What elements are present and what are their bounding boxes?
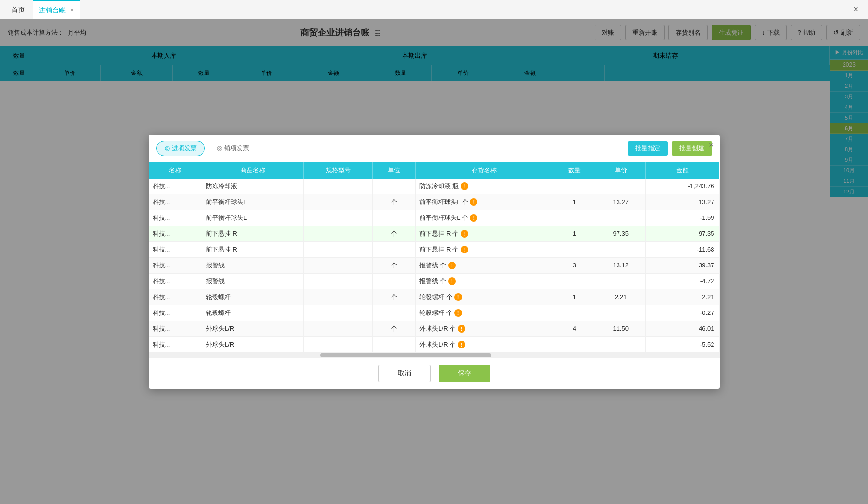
warning-icon: ! [458,341,465,348]
tab-active-label: 进销台账 [39,0,66,20]
warning-icon: ! [454,293,462,301]
cell-price: 11.50 [596,321,645,336]
cell-stock: 防冻冷却液 瓶 ! [416,179,553,194]
modal-scrollbar[interactable] [149,353,720,358]
cell-amount: -0.27 [645,305,719,321]
cell-price [596,179,645,194]
modal-close-icon[interactable]: × [709,141,714,149]
modal-table-wrap[interactable]: 名称 商品名称 规格型号 单位 存货名称 数量 单价 金额 科技... 防冻冷却… [149,162,720,353]
cell-price [596,210,645,226]
cell-unit: 个 [372,226,415,241]
cell-amount: -11.68 [645,241,719,257]
cell-price [596,273,645,289]
window-close-icon[interactable]: × [847,4,864,14]
warning-icon: ! [454,309,462,317]
table-row: 科技... 前平衡杆球头L 前平衡杆球头L 个 ! -1.59 [149,210,720,226]
th-spec: 规格型号 [304,162,372,179]
cell-qty [553,273,596,289]
cell-price: 2.21 [596,289,645,305]
cell-product: 前平衡杆球头L [202,210,304,226]
cell-unit [372,336,415,352]
tab-home[interactable]: 首页 [4,0,33,19]
cancel-button[interactable]: 取消 [378,365,431,382]
modal-table: 名称 商品名称 规格型号 单位 存货名称 数量 单价 金额 科技... 防冻冷却… [149,162,720,353]
modal-scrollbar-thumb [320,353,491,357]
cell-name: 科技... [149,241,202,257]
tab-close-icon[interactable]: × [71,0,74,20]
cell-product: 前平衡杆球头L [202,194,304,210]
cell-product: 报警线 [202,257,304,273]
cell-qty [553,179,596,194]
cell-unit [372,210,415,226]
th-price: 单价 [596,162,645,179]
cell-name: 科技... [149,210,202,226]
cell-qty [553,241,596,257]
save-button[interactable]: 保存 [439,365,490,382]
th-name: 名称 [149,162,202,179]
cell-amount: -1,243.76 [645,179,719,194]
cell-name: 科技... [149,179,202,194]
modal-footer: 取消 保存 [149,358,720,389]
batch-assign-button[interactable]: 批量指定 [628,141,668,156]
cell-amount: 2.21 [645,289,719,305]
cell-unit: 个 [372,289,415,305]
modal-actions: 批量指定 批量创建 [628,141,712,156]
cell-name: 科技... [149,273,202,289]
tab-active[interactable]: 进销台账 × [33,0,80,19]
top-bar: 首页 进销台账 × × [0,0,868,19]
cell-amount: 39.37 [645,257,719,273]
table-row: 科技... 外球头L/R 外球头L/R 个 ! -5.52 [149,336,720,352]
modal-dialog: ◎ 进项发票 ◎ 销项发票 批量指定 批量创建 × 名称 [149,135,720,389]
table-row: 科技... 轮毂螺杆 个 轮毂螺杆 个 ! 1 2.21 2.21 [149,289,720,305]
cell-price [596,336,645,352]
cell-name: 科技... [149,321,202,336]
cell-spec [304,305,372,321]
cell-qty: 1 [553,194,596,210]
cell-qty [553,336,596,352]
cell-qty: 1 [553,289,596,305]
cell-spec [304,241,372,257]
table-row: 科技... 轮毂螺杆 轮毂螺杆 个 ! -0.27 [149,305,720,321]
cell-spec [304,194,372,210]
cell-stock: 前下悬挂 R 个 ! [416,226,553,241]
table-row: 科技... 前平衡杆球头L 个 前平衡杆球头L 个 ! 1 13.27 13.2… [149,194,720,210]
cell-price: 97.35 [596,226,645,241]
cell-amount: 13.27 [645,194,719,210]
cell-name: 科技... [149,336,202,352]
cell-product: 报警线 [202,273,304,289]
cell-amount: -4.72 [645,273,719,289]
warning-icon: ! [461,246,468,253]
cell-amount: 97.35 [645,226,719,241]
warning-icon: ! [448,262,456,269]
warning-icon: ! [470,198,477,206]
tab-incoming-invoice[interactable]: ◎ 进项发票 [156,141,205,156]
cell-product: 外球头L/R [202,321,304,336]
batch-create-button[interactable]: 批量创建 [672,141,712,156]
cell-product: 防冻冷却液 [202,179,304,194]
cell-spec [304,289,372,305]
cell-name: 科技... [149,305,202,321]
cell-stock: 外球头L/R 个 ! [416,321,553,336]
cell-spec [304,321,372,336]
cell-stock: 轮毂螺杆 个 ! [416,305,553,321]
cell-price: 13.12 [596,257,645,273]
warning-icon: ! [458,325,465,333]
cell-price [596,305,645,321]
warning-icon: ! [470,214,477,222]
table-row: 科技... 前下悬挂 R 前下悬挂 R 个 ! -11.68 [149,241,720,257]
cell-stock: 外球头L/R 个 ! [416,336,553,352]
table-row: 科技... 外球头L/R 个 外球头L/R 个 ! 4 11.50 46.01 [149,321,720,336]
cell-name: 科技... [149,226,202,241]
cell-spec [304,273,372,289]
tab-outgoing-invoice[interactable]: ◎ 销项发票 [209,141,257,156]
cell-qty: 3 [553,257,596,273]
cell-unit: 个 [372,257,415,273]
table-header-row: 名称 商品名称 规格型号 单位 存货名称 数量 单价 金额 [149,162,720,179]
cell-price: 13.27 [596,194,645,210]
cell-spec [304,226,372,241]
cell-amount: -1.59 [645,210,719,226]
cell-qty [553,210,596,226]
cell-product: 外球头L/R [202,336,304,352]
cell-product: 轮毂螺杆 [202,289,304,305]
table-row: 科技... 前下悬挂 R 个 前下悬挂 R 个 ! 1 97.35 97.35 [149,226,720,241]
